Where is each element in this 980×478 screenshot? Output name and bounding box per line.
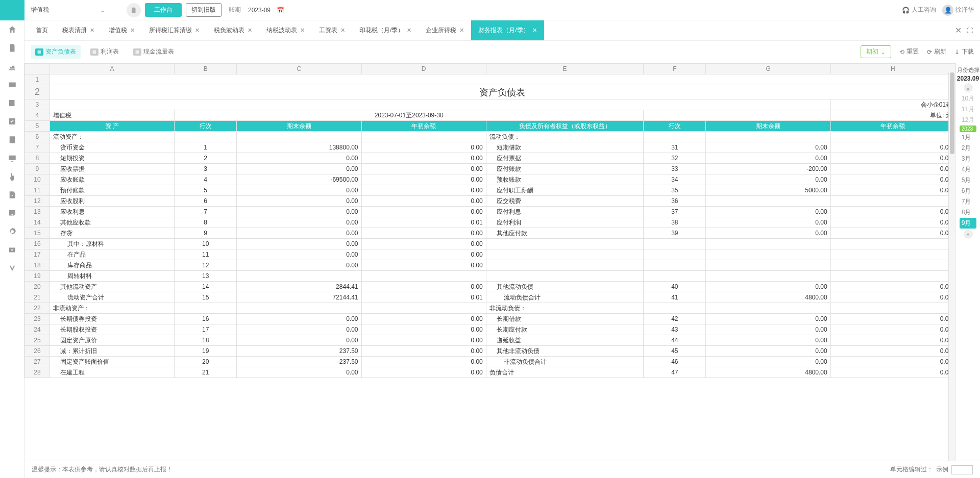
cell[interactable]: 0.00 (237, 324, 361, 335)
cell[interactable] (706, 260, 830, 271)
cell[interactable]: 0.00 (361, 282, 486, 292)
cell[interactable]: 0.00 (361, 239, 486, 249)
cell[interactable]: 0.00 (237, 249, 361, 260)
cell[interactable]: 库存商品 (50, 260, 174, 271)
tab-税表清册[interactable]: 税表清册✕ (55, 20, 102, 40)
nav-doc-icon[interactable] (0, 39, 24, 57)
cell[interactable] (644, 110, 830, 121)
close-icon[interactable]: ✕ (459, 27, 464, 34)
cell[interactable] (830, 260, 955, 271)
cell[interactable]: 0.01 (830, 292, 955, 303)
cell[interactable]: 长期应付款 (486, 324, 644, 335)
col-header[interactable]: H (830, 64, 955, 74)
cell[interactable]: 237.50 (237, 346, 361, 357)
consult-button[interactable]: 🎧 人工咨询 (902, 6, 936, 14)
close-icon[interactable]: ✕ (248, 27, 252, 34)
cell[interactable]: 其他流动负债 (486, 282, 644, 292)
cell[interactable] (644, 271, 706, 282)
tab-工资表[interactable]: 工资表✕ (312, 20, 352, 40)
nav-v-icon[interactable] (0, 259, 24, 278)
cell[interactable] (486, 271, 644, 282)
cell[interactable]: 18 (175, 335, 237, 346)
cell[interactable]: 37 (644, 207, 706, 217)
month-option[interactable]: 1月 (960, 132, 976, 143)
nav-hand-icon[interactable] (0, 167, 24, 186)
tab-首页[interactable]: 首页 (29, 20, 55, 40)
cell[interactable]: 其中：原材料 (50, 239, 174, 249)
row-number[interactable]: 11 (25, 185, 50, 196)
cell[interactable] (706, 196, 830, 207)
cell[interactable] (644, 132, 706, 142)
cell[interactable]: 非流动负债合计 (486, 357, 644, 367)
cell[interactable]: 负债合计 (486, 367, 644, 378)
close-icon[interactable]: ✕ (300, 27, 305, 34)
row-number[interactable]: 25 (25, 335, 50, 346)
cell[interactable]: 0.00 (706, 174, 830, 185)
cell[interactable] (237, 132, 361, 142)
cell[interactable]: 36 (644, 196, 706, 207)
cell[interactable]: 减：累计折旧 (50, 346, 174, 357)
cell[interactable]: 0.00 (361, 185, 486, 196)
cell[interactable]: 0.00 (830, 142, 955, 153)
cell[interactable]: 应付票据 (486, 153, 644, 164)
cell[interactable]: 15 (175, 292, 237, 303)
row-number[interactable]: 22 (25, 303, 50, 314)
cell[interactable] (706, 303, 830, 314)
tab-所得税汇算清缴[interactable]: 所得税汇算清缴✕ (142, 20, 207, 40)
cell[interactable]: 流动资产： (50, 132, 174, 142)
cell[interactable]: 0.00 (237, 164, 361, 174)
nav-check-icon[interactable] (0, 112, 24, 131)
cell[interactable]: 应收股利 (50, 196, 174, 207)
close-icon[interactable]: ✕ (90, 27, 94, 34)
row-number[interactable]: 4 (25, 110, 50, 121)
cell[interactable] (830, 249, 955, 260)
month-option[interactable]: 9月 (960, 218, 976, 229)
cell[interactable] (486, 239, 644, 249)
cell[interactable]: 4 (175, 174, 237, 185)
cell[interactable]: 应付职工薪酬 (486, 185, 644, 196)
row-number[interactable]: 2 (25, 85, 50, 99)
cell[interactable]: 0.00 (830, 357, 955, 367)
month-option[interactable]: 3月 (960, 154, 976, 164)
month-option[interactable]: 4月 (960, 164, 976, 175)
col-header[interactable]: G (706, 64, 830, 74)
row-number[interactable]: 17 (25, 249, 50, 260)
cell[interactable] (50, 74, 955, 85)
row-number[interactable]: 28 (25, 367, 50, 378)
cell[interactable]: 在产品 (50, 249, 174, 260)
cell[interactable]: 40 (644, 282, 706, 292)
row-number[interactable]: 12 (25, 196, 50, 207)
cell[interactable]: 固定资产账面价值 (50, 357, 174, 367)
cell[interactable]: 34 (644, 174, 706, 185)
cell[interactable]: 4800.00 (706, 367, 830, 378)
cell[interactable]: 其他应收款 (50, 217, 174, 228)
cell[interactable]: 16 (175, 314, 237, 324)
cell[interactable]: 负债及所有者权益（或股东权益） (486, 121, 644, 132)
cell[interactable]: 0.00 (237, 239, 361, 249)
tab-税负波动表[interactable]: 税负波动表✕ (207, 20, 259, 40)
cell[interactable]: 0.00 (361, 153, 486, 164)
cell[interactable]: 0.00 (706, 324, 830, 335)
cell[interactable] (830, 239, 955, 249)
cell[interactable]: 35 (644, 185, 706, 196)
cell[interactable]: 33 (644, 164, 706, 174)
company-dropdown[interactable]: 增值税 ⌄ (31, 6, 122, 14)
month-option[interactable]: 5月 (960, 175, 976, 186)
cell[interactable]: 0.00 (361, 367, 486, 378)
cell[interactable]: 预收账款 (486, 174, 644, 185)
cell[interactable]: 0.00 (237, 217, 361, 228)
cell[interactable]: 0.01 (361, 217, 486, 228)
cell[interactable]: 预付账款 (50, 185, 174, 196)
month-option[interactable]: 6月 (960, 186, 976, 196)
cell[interactable]: 在建工程 (50, 367, 174, 378)
scrollbar-thumb[interactable] (950, 72, 954, 154)
month-option[interactable]: 12月 (960, 115, 976, 125)
close-icon[interactable]: ✕ (195, 27, 200, 34)
cell[interactable]: 0.00 (830, 314, 955, 324)
cell[interactable] (361, 303, 486, 314)
cell[interactable]: 0.00 (830, 164, 955, 174)
reset-button[interactable]: ⟲重置 (899, 47, 919, 56)
row-number[interactable]: 8 (25, 153, 50, 164)
cell[interactable]: 1 (175, 142, 237, 153)
cell[interactable] (486, 249, 644, 260)
